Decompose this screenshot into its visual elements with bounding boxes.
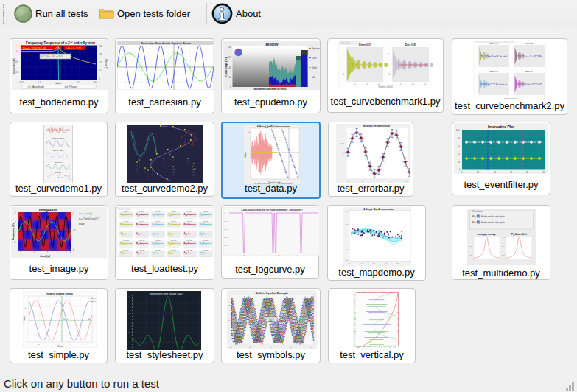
svg-text:y = cos(x): y = cos(x) [88, 301, 97, 303]
svg-text:0.01: 0.01 [19, 81, 24, 84]
svg-text:Lines [27]: Lines [27] [171, 249, 177, 251]
svg-text:Lines [24]: Lines [24] [123, 249, 129, 251]
svg-text:2e-05: 2e-05 [224, 237, 228, 238]
svg-text:-0.5: -0.5 [340, 163, 343, 165]
svg-text:Lines [14]: Lines [14] [155, 230, 161, 231]
svg-text:100: 100 [542, 171, 545, 174]
svg-text:ω/ω₀: ω/ω₀ [55, 82, 61, 85]
svg-text:Really simple demo: Really simple demo [46, 293, 73, 295]
svg-text:Lines [13]: Lines [13] [139, 230, 145, 231]
svg-text:Lines [4]: Lines [4] [187, 211, 192, 212]
svg-text:Built-in Symbol Example: Built-in Symbol Example [256, 292, 289, 295]
svg-text:Idle: Idle [312, 76, 315, 79]
svg-text:LogCurveDemo.py (or how to han: LogCurveDemo.py (or how to handle -inf v… [242, 209, 304, 211]
svg-text:Lines [23]: Lines [23] [203, 239, 209, 241]
svg-text:0.1: 0.1 [38, 81, 41, 84]
svg-text:240: 240 [99, 45, 102, 48]
svg-text:180: 180 [99, 53, 102, 56]
svg-text:Lines [0]: Lines [0] [124, 211, 129, 212]
svg-text:Plot #2: Plot #2 [472, 221, 479, 224]
svg-text:y = sin(x): y = sin(x) [88, 298, 96, 300]
svg-text:Star?: Star? [269, 318, 274, 321]
svg-text:User: User [312, 57, 318, 60]
svg-text:Lines [28]: Lines [28] [186, 249, 192, 251]
svg-text:Lines [3]: Lines [3] [171, 211, 176, 212]
svg-text:Lines [#2]: Lines [#2] [525, 43, 534, 45]
svg-text:1e-02: 1e-02 [224, 220, 228, 222]
svg-text:Lines [11]: Lines [11] [203, 220, 209, 222]
svg-text:x=5.2: x=5.2 [63, 318, 69, 321]
svg-text:1e-06: 1e-06 [224, 245, 228, 246]
svg-text:Lines [16]: Lines [16] [186, 230, 192, 231]
svg-text:60: 60 [229, 66, 232, 69]
svg-text:Amplitude [dB]: Amplitude [dB] [13, 58, 15, 74]
svg-text:Lines [18]: Lines [18] [123, 239, 129, 241]
svg-text:Cartesian Coordinate System De: Cartesian Coordinate System Demo [141, 41, 192, 45]
svg-text:Values: Values [244, 151, 247, 157]
svg-text:Lines [2]: Lines [2] [155, 211, 161, 212]
svg-text:System: System [312, 47, 320, 50]
svg-text:60: 60 [99, 69, 102, 72]
svg-text:Lines (np. dotted): Lines (np. dotted) [52, 137, 64, 139]
svg-text:y=0: y=0 [88, 318, 91, 321]
svg-text:100: 100 [228, 46, 231, 49]
svg-text:image: image [79, 223, 85, 225]
svg-text:80: 80 [229, 56, 232, 59]
svg-text:Plot #1: Plot #1 [472, 215, 479, 218]
svg-text:Lines [26]: Lines [26] [155, 249, 161, 251]
svg-text:Y-axis: Y-axis [23, 316, 26, 322]
svg-text:A Moving QwtPlot Demonstration: A Moving QwtPlot Demonstration [257, 125, 290, 128]
svg-text:Sticks [#1]: Sticks [#1] [489, 43, 497, 45]
svg-text:-3 dB at f = 1.555: -3 dB at f = 1.555 [65, 47, 82, 50]
svg-text:Samples [x1000]: Samples [x1000] [504, 97, 517, 99]
svg-text:Lines [21]: Lines [21] [171, 239, 177, 241]
svg-text:Lines [1]: Lines [1] [139, 211, 144, 212]
svg-text:Steps curve: Steps curve [55, 161, 63, 163]
svg-text:Interactive Plot: Interactive Plot [488, 125, 514, 129]
svg-text:y = |sin(x)|: y = |sin(x)| [83, 212, 92, 215]
svg-text:History: History [265, 42, 278, 46]
svg-text:f=1.00e+00, r=3.0: f=1.00e+00, r=3.0 [41, 55, 62, 58]
svg-text:Enable new flat style option: Enable new flat style option [481, 215, 505, 218]
svg-text:Dots only: Dots only [55, 172, 61, 173]
svg-text:100: 100 [456, 129, 460, 132]
svg-text:Total: Total [312, 66, 317, 69]
svg-text:Test options: Test options [472, 210, 483, 213]
svg-text:System Uptime [h:m:s]: System Uptime [h:m:s] [253, 87, 287, 90]
svg-text:-0.5: -0.5 [227, 334, 231, 336]
svg-text:Stylesheet test (issue #50): Stylesheet test (issue #50) [150, 293, 183, 295]
svg-text:10: 10 [77, 81, 80, 84]
svg-text:Lines [29]: Lines [29] [203, 249, 209, 251]
svg-text:Lines [#1]: Lines [#1] [359, 43, 371, 46]
svg-text:Dots [#2]: Dots [#2] [405, 43, 416, 46]
svg-text:time [s]: time [s] [40, 255, 50, 258]
svg-text:1e-04: 1e-04 [224, 228, 228, 230]
svg-text:numpy array: numpy array [477, 232, 496, 236]
svg-text:Python list: Python list [511, 232, 527, 236]
svg-text:0.5: 0.5 [73, 229, 76, 232]
svg-text:Cpu Usage [%]: Cpu Usage [%] [225, 57, 228, 76]
svg-text:Lines [19]: Lines [19] [139, 239, 145, 241]
svg-text:Lines [15]: Lines [15] [171, 230, 177, 231]
svg-text:Frequency (Hz): Frequency (Hz) [12, 223, 15, 241]
svg-text:100: 100 [93, 81, 97, 84]
svg-text:y = 4*|sin(x)|*cos(x)**3: y = 4*|sin(x)|*cos(x)**3 [79, 217, 99, 220]
svg-text:Lines [20]: Lines [20] [155, 239, 161, 241]
svg-text:Lines [10]: Lines [10] [186, 220, 192, 222]
svg-text:Lines [8]: Lines [8] [155, 220, 161, 222]
svg-text:Bars [#4]: Bars [#4] [525, 71, 533, 73]
svg-text:40: 40 [229, 76, 232, 79]
svg-text:Frequency Response of a 2ⁿᵈ-or: Frequency Response of a 2ⁿᵈ-order System [26, 41, 95, 45]
svg-text:Lines [5]: Lines [5] [203, 211, 208, 212]
svg-text:Enable new flat style option: Enable new flat style option [481, 221, 505, 224]
svg-text:ImagePlot: ImagePlot [39, 208, 57, 212]
svg-text:Phase [°]: Phase [°] [105, 59, 108, 69]
svg-text:Samples [x1000]: Samples [x1000] [378, 85, 393, 88]
svg-text:X-axis: X-axis [57, 345, 63, 348]
svg-text:Steps [#3]: Steps [#3] [490, 71, 498, 73]
svg-text:Lines [17]: Lines [17] [203, 230, 209, 231]
svg-text:A Simple Map Demonstration: A Simple Map Demonstration [363, 208, 394, 211]
svg-text:Lines [7]: Lines [7] [139, 220, 144, 222]
svg-text:Phase: Phase [69, 85, 77, 88]
svg-text:Samples [k]: Samples [k] [161, 255, 168, 256]
